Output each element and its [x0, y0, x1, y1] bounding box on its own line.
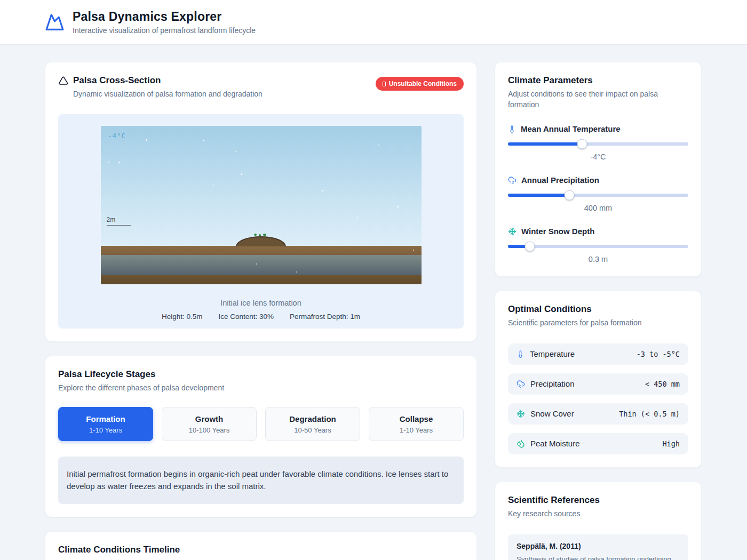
app-subtitle: Interactive visualization of permafrost … [73, 26, 256, 35]
status-badge-label: Unsuitable Conditions [389, 80, 457, 87]
precipitation-slider-label: Annual Precipitation [521, 175, 599, 185]
snow-depth-slider-group: Winter Snow Depth 0.3 m [508, 227, 688, 263]
thermometer-icon [516, 350, 525, 358]
snow-depth-slider-label: Winter Snow Depth [521, 227, 594, 236]
left-column: Palsa Cross-Section Dynamic visualizatio… [45, 62, 477, 560]
climate-parameters-card: Climate Parameters Adjust conditions to … [495, 62, 702, 277]
status-badge: Unsuitable Conditions [376, 77, 464, 91]
palsa-cross-section-canvas: -4°C [101, 126, 422, 284]
optimal-row-temperature: Temperature -3 to -5°C [508, 343, 688, 365]
optimal-conditions-card: Optimal Conditions Scientific parameters… [495, 291, 702, 468]
canvas-stats: Height: 0.5m Ice Content: 30% Permafrost… [58, 313, 464, 321]
substrate-layer [101, 275, 422, 284]
triangle-icon [58, 76, 68, 86]
stage-button-formation[interactable]: Formation 1-10 Years [58, 407, 153, 441]
timeline-title: Climate Conditions Timeline [58, 545, 464, 555]
app-header: Palsa Dynamics Explorer Interactive visu… [0, 0, 747, 45]
stat-height: Height: 0.5m [162, 313, 203, 321]
right-column: Climate Parameters Adjust conditions to … [495, 62, 702, 560]
vegetation-dot [263, 234, 266, 236]
scale-label: 2m [107, 216, 131, 223]
droplets-icon [516, 439, 525, 448]
canvas-container: -4°C [58, 114, 464, 329]
cross-section-title: Palsa Cross-Section [73, 75, 263, 86]
snow-depth-slider[interactable] [508, 245, 688, 248]
cloud-rain-icon [508, 176, 516, 185]
optimal-row-precipitation: Precipitation < 450 mm [508, 373, 688, 395]
stage-button-degradation[interactable]: Degradation 10-50 Years [265, 407, 360, 441]
timeline-card: Climate Conditions Timeline Historical t… [45, 531, 477, 560]
precipitation-value: 400 mm [508, 204, 688, 212]
scale-bar: 2m [107, 216, 131, 226]
temperature-slider[interactable] [508, 142, 688, 146]
optimal-row-snow-cover: Snow Cover Thin (< 0.5 m) [508, 403, 688, 425]
stat-permafrost-depth: Permafrost Depth: 1m [290, 313, 360, 321]
precipitation-slider-group: Annual Precipitation 400 mm [508, 175, 688, 212]
app-title: Palsa Dynamics Explorer [73, 10, 256, 24]
cross-section-card: Palsa Cross-Section Dynamic visualizatio… [45, 62, 477, 342]
snowflake-icon [508, 227, 516, 236]
mountain-logo-icon [45, 12, 65, 32]
stat-ice-content: Ice Content: 30% [218, 313, 274, 321]
scale-line [107, 225, 131, 226]
climate-parameters-subtitle: Adjust conditions to see their impact on… [508, 89, 688, 110]
vegetation-dot [259, 234, 261, 236]
canvas-caption: Initial ice lens formation [58, 299, 464, 307]
vegetation-dot [254, 234, 257, 236]
lifecycle-card: Palsa Lifecycle Stages Explore the diffe… [45, 356, 477, 517]
snow-depth-value: 0.3 m [508, 255, 688, 263]
optimal-conditions-title: Optimal Conditions [508, 304, 688, 315]
stage-description: Initial permafrost formation begins in o… [58, 457, 464, 504]
reference-description: Synthesis of studies of palsa formation … [516, 554, 680, 560]
stage-buttons: Formation 1-10 Years Growth 10-100 Years… [58, 407, 464, 441]
permafrost-layer [101, 255, 422, 275]
temperature-slider-thumb[interactable] [577, 139, 587, 149]
optimal-row-peat-moisture: Peat Moisture High [508, 433, 688, 454]
cross-section-subtitle: Dynamic visualization of palsa formation… [73, 89, 263, 100]
references-card: Scientific References Key research sourc… [495, 482, 702, 560]
cloud-rain-icon [516, 380, 525, 388]
warning-icon [383, 82, 386, 86]
temperature-value: -4°C [508, 153, 688, 161]
references-subtitle: Key research sources [508, 509, 688, 519]
temperature-slider-group: Mean Annual Temperature -4°C [508, 124, 688, 161]
reference-citation: Seppälä, M. (2011) [516, 542, 680, 550]
lifecycle-subtitle: Explore the different phases of palsa de… [58, 383, 464, 394]
references-title: Scientific References [508, 495, 688, 506]
thermometer-icon [508, 125, 516, 133]
reference-item: Seppälä, M. (2011) Synthesis of studies … [508, 534, 688, 560]
active-layer [101, 246, 422, 255]
precipitation-slider-thumb[interactable] [564, 190, 574, 201]
temperature-slider-label: Mean Annual Temperature [521, 124, 621, 133]
lifecycle-title: Palsa Lifecycle Stages [58, 369, 464, 380]
climate-parameters-title: Climate Parameters [508, 75, 688, 86]
snowflake-icon [516, 410, 525, 418]
canvas-temperature-label: -4°C [108, 132, 126, 140]
snow-depth-slider-thumb[interactable] [525, 242, 535, 252]
precipitation-slider[interactable] [508, 194, 688, 197]
optimal-conditions-subtitle: Scientific parameters for palsa formatio… [508, 318, 688, 329]
palsa-mound [236, 236, 286, 246]
stage-button-collapse[interactable]: Collapse 1-10 Years [369, 407, 464, 441]
stage-button-growth[interactable]: Growth 10-100 Years [162, 407, 257, 441]
